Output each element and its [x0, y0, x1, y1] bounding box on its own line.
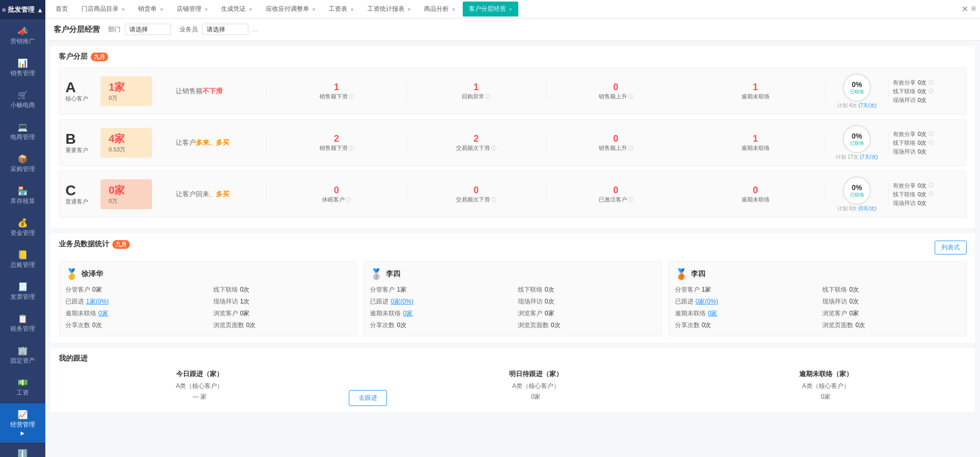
sidebar-item-kucun[interactable]: 🏪 库存核算: [0, 180, 45, 212]
tier-a-circle: 0% 已联络 计划 4次 (7天/次): [834, 73, 880, 109]
divider: [266, 132, 267, 153]
tab-actions: ✕ ≡: [961, 4, 976, 14]
staff-2-stat-4[interactable]: 逾期未联络 0家: [675, 309, 813, 318]
sidebar-header-arrow: ▲: [37, 6, 43, 14]
sidebar-item-jingying[interactable]: 📈 经营管理 ▶: [0, 403, 45, 443]
tier-c-stat3[interactable]: 0 已激活客户 ⓘ: [550, 185, 681, 204]
staff-0-stat-4[interactable]: 逾期未联络 0家: [65, 309, 203, 318]
sidebar-item-dianshang[interactable]: 🛒 小畅电商: [0, 84, 45, 116]
sidebar-header-icon: ≡: [2, 6, 6, 14]
tier-c-count[interactable]: 0家 0万: [100, 179, 167, 209]
tier-c-stat4[interactable]: 0 逾期未联络: [690, 185, 821, 204]
tab-home[interactable]: 首页: [49, 2, 74, 16]
sidebar-item-gudingzichan[interactable]: 🏢 固定资产: [0, 340, 45, 371]
staff-1-stat-5: 浏览客户 0家: [518, 309, 655, 318]
tab-salary[interactable]: 工资表 ×: [323, 2, 360, 16]
tier-c-label: C 普通客户: [65, 183, 96, 206]
tier-b-stat3[interactable]: 0 销售额上升 ⓘ: [550, 133, 681, 153]
tab-close-salary-report[interactable]: ×: [408, 6, 411, 12]
main-area: 首页 门店商品目录 × 销货单 × 店铺管理 × 生成凭证 × 应收应付调整单 …: [45, 0, 980, 457]
sidebar-item-zhangmu[interactable]: 📒 总账管理: [0, 244, 45, 276]
tier-a-label: A 核心客户: [65, 80, 96, 103]
staff-2-stat-2[interactable]: 已跟进 0家(0%): [675, 297, 813, 306]
yingxiao-icon: 📣: [0, 26, 45, 36]
tab-sales-order[interactable]: 销货单 ×: [132, 2, 169, 16]
divider: [825, 184, 825, 205]
staff-0-stat-2[interactable]: 已跟进 1家(0%): [65, 297, 203, 306]
business-stats-section: 业务员数据统计 九月 列表式 🥇 徐泽华 分管客户 0家: [50, 233, 975, 343]
tier-a-stat4[interactable]: 1 逾期未联络: [690, 82, 821, 101]
tier-section-title: 客户分层 九月: [59, 52, 967, 61]
tier-b-stat1[interactable]: 2 销售额下滑 ⓘ: [271, 133, 402, 153]
divider: [546, 132, 546, 153]
sidebar: ≡ 批发管理 ▲ 📣 营销推广 📊 销售管理 🛒 小畅电商 💻 电商管理 📦 采…: [0, 0, 45, 457]
dianshang-icon: 🛒: [0, 90, 45, 100]
tab-customer-tier[interactable]: 客户分层经营 ×: [463, 2, 518, 16]
tier-a-stat1[interactable]: 1 销售额下滑 ⓘ: [271, 82, 402, 101]
shuiwu-icon: 📋: [0, 314, 45, 324]
staff-2-stat-0: 分管客户 1家: [675, 285, 813, 294]
tab-close-salary[interactable]: ×: [350, 6, 353, 12]
tab-voucher[interactable]: 生成凭证 ×: [215, 2, 258, 16]
tab-salary-report[interactable]: 工资统计报表 ×: [361, 2, 417, 16]
tab-close-ar-ap[interactable]: ×: [312, 6, 315, 12]
tier-a-count[interactable]: 1家 0万: [100, 76, 167, 106]
sidebar-item-caigou[interactable]: 📦 采购管理: [0, 148, 45, 180]
sidebar-item-yingxiao[interactable]: 📣 营销推广: [0, 20, 45, 52]
tier-b-count[interactable]: 4家 0.53万: [100, 128, 167, 158]
tier-a-stat2[interactable]: 1 回购异常 ⓘ: [411, 82, 542, 101]
staff-1-stat-6: 分享次数 0次: [370, 321, 508, 330]
sidebar-item-jichu[interactable]: ℹ️ 基础信息: [0, 443, 45, 457]
divider: [406, 81, 407, 101]
tab-close-sales[interactable]: ×: [160, 6, 163, 12]
tier-c-stat1[interactable]: 0 休眠客户 ⓘ: [271, 185, 402, 204]
staff-1-stat-2[interactable]: 已跟进 0家(0%): [370, 297, 508, 306]
tab-action-close[interactable]: ✕: [961, 4, 968, 14]
tab-close-voucher[interactable]: ×: [249, 6, 252, 12]
tab-shop-products[interactable]: 门店商品目录 ×: [75, 2, 131, 16]
tier-b-stat4[interactable]: 1 逾期未联络: [690, 133, 821, 153]
sidebar-item-shuiwu[interactable]: 📋 税务管理: [0, 308, 45, 340]
tab-action-more[interactable]: ≡: [971, 4, 976, 14]
fapiao-icon: 🧾: [0, 282, 45, 292]
tab-close-customer[interactable]: ×: [509, 6, 512, 12]
tab-close-store[interactable]: ×: [205, 6, 208, 12]
dept-label: 部门: [108, 25, 121, 34]
tier-a-stat3[interactable]: 0 销售额上升 ⓘ: [550, 82, 681, 101]
ecshop-icon: 💻: [0, 122, 45, 132]
tab-close-shop-products[interactable]: ×: [122, 6, 125, 12]
staff-1-stat-4[interactable]: 逾期未联络 0家: [370, 309, 508, 318]
sidebar-item-gongzi[interactable]: 💵 工资: [0, 371, 45, 403]
filter-dots[interactable]: ...: [252, 26, 258, 33]
goto-btn-col: 去跟进: [349, 369, 387, 406]
tab-ar-ap[interactable]: 应收应付调整单 ×: [260, 2, 322, 16]
tier-b-slogan: 让客户多来、多买: [176, 138, 258, 147]
sidebar-item-fapiao[interactable]: 🧾 发票管理: [0, 276, 45, 308]
staff-2-stat-1: 线下联络 0次: [822, 285, 960, 294]
tier-b-stat2[interactable]: 2 交易频次下滑 ⓘ: [411, 133, 542, 153]
divider: [685, 81, 686, 101]
sidebar-item-ecshop[interactable]: 💻 电商管理: [0, 116, 45, 148]
divider: [888, 184, 889, 205]
tier-c-stat2[interactable]: 0 交易频次下滑 ⓘ: [411, 185, 542, 204]
divider: [888, 132, 889, 153]
tier-b-right-stats: 有效分享 0次 ⓘ 线下联络 0次 ⓘ 现场拜访 0次: [893, 130, 960, 156]
tab-store-mgmt[interactable]: 店铺管理 ×: [171, 2, 214, 16]
sidebar-item-xiaoshou[interactable]: 📊 销售管理: [0, 52, 45, 84]
divider: [406, 132, 407, 153]
goto-followup-button[interactable]: 去跟进: [349, 390, 387, 406]
dept-select[interactable]: 请选择: [125, 24, 171, 35]
tab-product-analysis[interactable]: 商品分析 ×: [418, 2, 461, 16]
staff-1-stat-0: 分管客户 1家: [370, 285, 508, 294]
staff-1-stat-7: 浏览页面数 0次: [518, 321, 655, 330]
tab-close-product[interactable]: ×: [452, 6, 455, 12]
tier-c-slogan: 让客户回来、多买: [176, 190, 258, 199]
staff-select[interactable]: 请选择: [202, 24, 248, 35]
list-view-button[interactable]: 列表式: [935, 241, 967, 255]
sidebar-header[interactable]: ≡ 批发管理 ▲: [0, 0, 45, 20]
staff-label: 业务员: [179, 25, 198, 34]
sidebar-item-zijin[interactable]: 💰 资金管理: [0, 212, 45, 244]
divider: [685, 184, 686, 205]
biz-title: 业务员数据统计 九月: [59, 240, 130, 249]
tier-row-b: B 重要客户 4家 0.53万 让客户多来、多买 2 销售额下滑: [59, 119, 967, 166]
